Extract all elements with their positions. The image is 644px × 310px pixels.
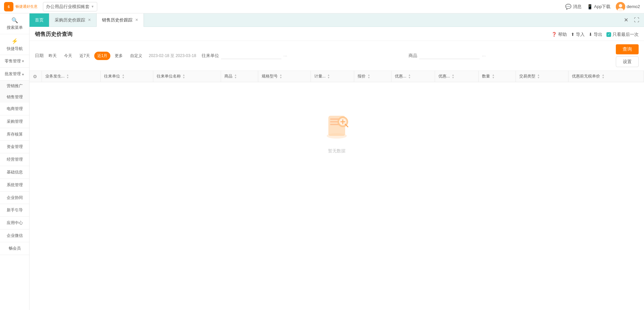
sort-icon: ▲▼ <box>279 74 282 79</box>
page-content: 销售历史价查询 ❓ 帮助 ⬆ 导入 ⬇ 导出 <box>30 27 644 310</box>
sidebar-item-inventory[interactable]: 库存核算 <box>0 128 29 141</box>
only-last-checkbox[interactable]: ✓ 只看最后一次 <box>606 32 639 38</box>
sort-icon: ▲▼ <box>408 74 411 79</box>
th-trade-type[interactable]: 交易类型 ▲▼ <box>516 71 569 82</box>
content-area: 首页 采购历史价跟踪 ✕ 销售历史价跟踪 ✕ ✕ ⛶ 销售历史价查询 <box>30 13 644 310</box>
product-filter-group: 商品 ··· <box>409 52 610 59</box>
th-partner-code[interactable]: 往来单位 ▲▼ <box>101 71 153 82</box>
close-tab-sales-icon[interactable]: ✕ <box>135 18 138 22</box>
close-window-btn[interactable]: ✕ <box>621 15 631 25</box>
sales-history-label: 销售历史价跟踪 <box>102 17 132 23</box>
export-icon: ⬇ <box>589 32 592 37</box>
top-bar-left: 6 畅捷通好生意 办公用品行业模拟账套 ▼ <box>4 2 97 11</box>
sort-icon: ▲▼ <box>452 74 454 79</box>
sidebar-item-basics[interactable]: 基础信息 <box>0 166 29 179</box>
sort-icon: ▲▼ <box>368 74 370 79</box>
date-btn-7days[interactable]: 近7天 <box>76 52 93 60</box>
page-header: 销售历史价查询 ❓ 帮助 ⬆ 导入 ⬇ 导出 <box>30 27 644 41</box>
tab-purchase-history[interactable]: 采购历史价跟踪 ✕ <box>49 13 97 27</box>
filter-action-btns: 查询 设置 <box>616 44 639 67</box>
sidebar-item-label: 畅会员 <box>9 246 21 251</box>
sidebar-item-system[interactable]: 系统管理 <box>0 179 29 192</box>
th-quantity[interactable]: 数量 ▲▼ <box>479 71 516 82</box>
close-tab-purchase-icon[interactable]: ✕ <box>88 18 91 22</box>
sidebar-item-search[interactable]: 🔍 搜索菜单 <box>0 13 29 34</box>
date-buttons: 昨天 今天 近7天 近1月 更多 自定义 <box>46 52 145 60</box>
date-filter-label: 日期 <box>35 53 44 59</box>
sidebar-item-finance[interactable]: 资金管理 <box>0 141 29 153</box>
sort-icon: ▲▼ <box>122 74 124 79</box>
query-button[interactable]: 查询 <box>616 44 639 54</box>
sidebar-item-collab[interactable]: 企业协同 <box>0 192 29 204</box>
date-btn-custom[interactable]: 自定义 <box>127 52 145 60</box>
sort-icon: ▲▼ <box>66 74 69 79</box>
date-btn-more[interactable]: 更多 <box>112 52 126 60</box>
sidebar-item-label: 企业协同 <box>7 195 23 201</box>
th-product[interactable]: 商品 ▲▼ <box>221 71 258 82</box>
chevron-up-icon: ▲ <box>21 72 25 76</box>
product-dots[interactable]: ··· <box>482 53 486 58</box>
settings-button[interactable]: 设置 <box>616 56 639 67</box>
sidebar-item-wholesale[interactable]: 批发管理 ▲ <box>0 68 29 81</box>
sidebar-item-wechat[interactable]: 企业微信 <box>0 229 29 242</box>
data-table: ⚙ 业务发生... ▲▼ 往来单位 ▲▼ 往来单位名称 ▲▼ <box>30 71 644 82</box>
retail-label: 零售管理 <box>5 58 21 64</box>
svg-text:6: 6 <box>8 5 10 9</box>
help-btn[interactable]: ❓ 帮助 <box>551 32 567 38</box>
th-partner-name[interactable]: 往来单位名称 ▲▼ <box>153 71 221 82</box>
sidebar-item-shortcut[interactable]: ⚡ 快捷导航 <box>0 34 29 55</box>
th-price[interactable]: 报价 ▲▼ <box>354 71 391 82</box>
date-btn-today[interactable]: 今天 <box>61 52 75 60</box>
sidebar-item-guide[interactable]: 新手引导 <box>0 204 29 217</box>
sidebar-item-label: 资金管理 <box>7 144 23 150</box>
th-unit[interactable]: 计量... ▲▼ <box>311 71 354 82</box>
sidebar-item-label: 快捷导航 <box>7 46 23 52</box>
empty-icon <box>320 109 354 143</box>
sidebar-item-operations[interactable]: 经营管理 <box>0 153 29 166</box>
app-selector[interactable]: 办公用品行业模拟账套 ▼ <box>43 2 97 11</box>
import-icon: ⬆ <box>571 32 575 37</box>
user-profile[interactable]: demo2 <box>616 2 640 11</box>
th-biz-date[interactable]: 业务发生... ▲▼ <box>42 71 101 82</box>
table-header-row: ⚙ 业务发生... ▲▼ 往来单位 ▲▼ 往来单位名称 ▲▼ <box>30 71 644 82</box>
main-layout: 🔍 搜索菜单 ⚡ 快捷导航 零售管理 ▼ 批发管理 ▲ 营销推广 销售管理 电商… <box>0 13 644 310</box>
shortcut-icon: ⚡ <box>11 38 18 45</box>
logo-area: 6 畅捷通好生意 <box>4 2 38 11</box>
table-header: ⚙ 业务发生... ▲▼ 往来单位 ▲▼ 往来单位名称 ▲▼ <box>30 71 644 82</box>
sort-icon: ▲▼ <box>327 74 330 79</box>
th-discount2[interactable]: 优惠... ▲▼ <box>435 71 479 82</box>
sidebar-item-purchase[interactable]: 采购管理 <box>0 115 29 128</box>
sidebar-item-apps[interactable]: 应用中心 <box>0 217 29 229</box>
sidebar-item-marketing[interactable]: 营销推广 <box>0 81 29 92</box>
sidebar: 🔍 搜索菜单 ⚡ 快捷导航 零售管理 ▼ 批发管理 ▲ 营销推广 销售管理 电商… <box>0 13 30 310</box>
sidebar-item-label: 搜索菜单 <box>7 25 23 31</box>
sidebar-item-sales[interactable]: 销售管理 <box>0 92 29 103</box>
maximize-btn[interactable]: ⛶ <box>632 15 641 25</box>
export-btn[interactable]: ⬇ 导出 <box>589 32 602 38</box>
th-discount1[interactable]: 优惠... ▲▼ <box>391 71 435 82</box>
th-pretax-price[interactable]: 优惠前无税单价 ▲▼ <box>568 71 644 82</box>
app-download-btn[interactable]: 📱 App下载 <box>587 4 610 10</box>
wholesale-label: 批发管理 <box>5 71 21 77</box>
product-input[interactable] <box>419 52 480 59</box>
column-settings-icon[interactable]: ⚙ <box>33 74 37 79</box>
sidebar-item-retail[interactable]: 零售管理 ▼ <box>0 55 29 68</box>
empty-text: 暂无数据 <box>328 148 345 154</box>
sidebar-item-ecommerce[interactable]: 电商管理 <box>0 103 29 115</box>
partner-input[interactable] <box>221 52 281 59</box>
chevron-down-icon: ▼ <box>21 59 25 64</box>
partner-dots[interactable]: ··· <box>283 53 287 58</box>
th-spec[interactable]: 规格型号 ▲▼ <box>258 71 311 82</box>
help-icon: ❓ <box>551 32 557 37</box>
partner-filter-group: 往来单位 ··· <box>202 52 404 59</box>
table-container: ⚙ 业务发生... ▲▼ 往来单位 ▲▼ 往来单位名称 ▲▼ <box>30 71 644 174</box>
sidebar-item-member[interactable]: 畅会员 <box>0 242 29 255</box>
sort-icon: ▲▼ <box>537 74 540 79</box>
import-btn[interactable]: ⬆ 导入 <box>571 32 585 38</box>
tab-sales-history[interactable]: 销售历史价跟踪 ✕ <box>97 13 144 27</box>
date-btn-yesterday[interactable]: 昨天 <box>46 52 60 60</box>
tab-home[interactable]: 首页 <box>30 13 49 27</box>
date-btn-1month[interactable]: 近1月 <box>94 52 111 60</box>
message-btn[interactable]: 💬 消息 <box>565 4 582 10</box>
tab-bar-actions: ✕ ⛶ <box>621 15 644 25</box>
